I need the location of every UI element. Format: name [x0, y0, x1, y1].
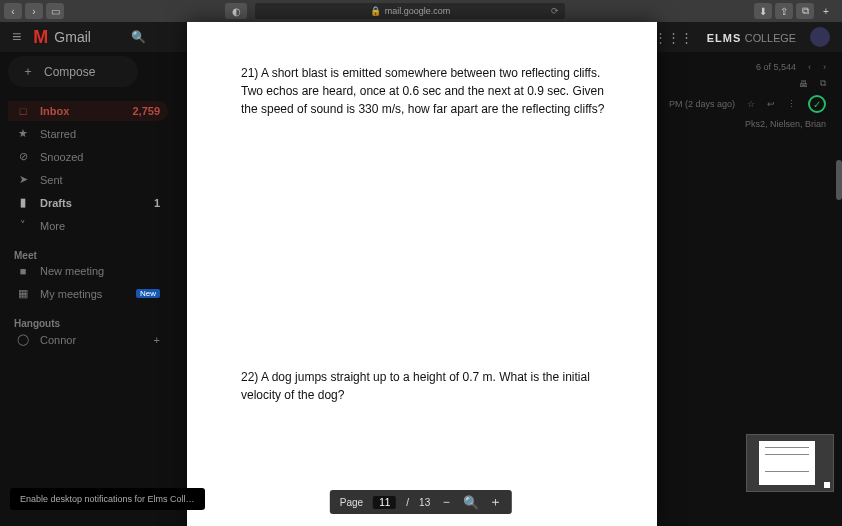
inbox-icon: □ — [16, 105, 30, 117]
sidebar-item-label: Starred — [40, 128, 160, 140]
compose-label: Compose — [44, 65, 95, 79]
gmail-m-icon: M — [33, 27, 48, 48]
reload-icon[interactable]: ⟳ — [551, 6, 559, 16]
video-icon: ■ — [16, 265, 30, 277]
sidebar-item-hangouts-user[interactable]: ◯ Connor + — [8, 329, 168, 350]
zoom-reset-button[interactable]: 🔍 — [463, 495, 479, 510]
menu-icon[interactable]: ≡ — [12, 28, 21, 46]
forward-button[interactable]: › — [25, 3, 43, 19]
compose-button[interactable]: ＋ Compose — [8, 56, 138, 87]
search-icon[interactable]: 🔍 — [131, 30, 146, 44]
prev-button[interactable]: ‹ — [808, 62, 811, 72]
tabs-button[interactable]: ⧉ — [796, 3, 814, 19]
gmail-brand: Gmail — [54, 29, 91, 45]
lock-icon: 🔒 — [370, 6, 381, 16]
reader-mode-button[interactable]: ◐ — [225, 3, 247, 19]
mail-meta-time: PM (2 days ago) — [669, 99, 735, 109]
thumbnail-page — [759, 441, 815, 485]
back-button[interactable]: ‹ — [4, 3, 22, 19]
sidebar-item-label: New meeting — [40, 265, 160, 277]
inbox-count: 2,759 — [132, 105, 160, 117]
sidebar-item-label: Drafts — [40, 197, 144, 209]
sidebar-item-inbox[interactable]: □ Inbox 2,759 — [8, 101, 168, 121]
elms-logo: ELMS COLLEGE — [707, 30, 796, 45]
next-button[interactable]: › — [823, 62, 826, 72]
sidebar-item-more[interactable]: ˅ More — [8, 215, 168, 236]
sidebar-item-label: More — [40, 220, 160, 232]
sidebar-item-label: Sent — [40, 174, 160, 186]
clock-icon: ⊘ — [16, 150, 30, 163]
browser-toolbar: ‹ › ▭ ◐ 🔒 mail.google.com ⟳ ⬇ ⇪ ⧉ + — [0, 0, 842, 22]
pdf-document: 21) A short blast is emitted somewhere b… — [187, 22, 657, 526]
drafts-count: 1 — [154, 197, 160, 209]
popout-icon[interactable]: ⧉ — [820, 78, 826, 89]
plus-icon: ＋ — [22, 63, 34, 80]
sidebar-item-drafts[interactable]: ▮ Drafts 1 — [8, 192, 168, 213]
sidebar-toggle-button[interactable]: ▭ — [46, 3, 64, 19]
pdf-thumbnail[interactable] — [746, 434, 834, 492]
meet-section-title: Meet — [8, 250, 168, 261]
avatar[interactable] — [810, 27, 830, 47]
thumbnail-resize-handle[interactable] — [824, 482, 830, 488]
drafts-icon: ▮ — [16, 196, 30, 209]
chevron-down-icon: ˅ — [16, 219, 30, 232]
new-tab-button[interactable]: + — [817, 3, 835, 19]
gmail-logo: M Gmail — [33, 27, 91, 48]
scrollbar-thumb[interactable] — [836, 160, 842, 200]
download-button[interactable]: ⬇ — [754, 3, 772, 19]
verified-icon: ✓ — [808, 95, 826, 113]
question-21: 21) A short blast is emitted somewhere b… — [241, 64, 611, 118]
more-icon[interactable]: ⋮ — [787, 99, 796, 109]
gmail-sidebar: ＋ Compose □ Inbox 2,759 ★ Starred ⊘ Snoo… — [8, 56, 168, 352]
apps-icon[interactable]: ⋮⋮⋮ — [654, 30, 693, 45]
sidebar-item-label: Inbox — [40, 105, 122, 117]
plus-icon[interactable]: + — [154, 334, 160, 346]
pdf-page-label: Page — [340, 497, 363, 508]
address-bar[interactable]: 🔒 mail.google.com ⟳ — [255, 3, 565, 19]
sidebar-item-starred[interactable]: ★ Starred — [8, 123, 168, 144]
pdf-page-total: 13 — [419, 497, 430, 508]
zoom-out-button[interactable]: － — [440, 493, 453, 511]
sidebar-item-label: Connor — [40, 334, 144, 346]
meetings-icon: ▦ — [16, 287, 30, 300]
mail-toolbar-faint: 6 of 5,544 ‹ › 🖶 ⧉ PM (2 days ago) ☆ ↩ ⋮… — [656, 62, 826, 135]
star-icon: ★ — [16, 127, 30, 140]
pdf-toolbar: Page 11 / 13 － 🔍 ＋ — [330, 490, 512, 514]
mail-meta-from: Pks2, Nielsen, Brian — [745, 119, 826, 129]
sidebar-item-label: Snoozed — [40, 151, 160, 163]
sidebar-item-new-meeting[interactable]: ■ New meeting — [8, 261, 168, 281]
sidebar-item-my-meetings[interactable]: ▦ My meetings New — [8, 283, 168, 304]
print-icon[interactable]: 🖶 — [799, 79, 808, 89]
new-badge: New — [136, 289, 160, 298]
question-22: 22) A dog jumps straight up to a height … — [241, 368, 611, 404]
sent-icon: ➤ — [16, 173, 30, 186]
notification-toast[interactable]: Enable desktop notifications for Elms Co… — [10, 488, 205, 510]
sidebar-item-sent[interactable]: ➤ Sent — [8, 169, 168, 190]
toast-text: Enable desktop notifications for Elms Co… — [20, 494, 195, 504]
sidebar-item-label: My meetings — [40, 288, 126, 300]
pdf-page-sep: / — [406, 497, 409, 508]
share-button[interactable]: ⇪ — [775, 3, 793, 19]
user-icon: ◯ — [16, 333, 30, 346]
pager-text: 6 of 5,544 — [756, 62, 796, 72]
zoom-in-button[interactable]: ＋ — [489, 493, 502, 511]
reply-icon[interactable]: ↩ — [767, 99, 775, 109]
address-url: mail.google.com — [385, 6, 451, 16]
pdf-page-current[interactable]: 11 — [373, 496, 396, 509]
star-outline-icon[interactable]: ☆ — [747, 99, 755, 109]
sidebar-item-snoozed[interactable]: ⊘ Snoozed — [8, 146, 168, 167]
hangouts-section-title: Hangouts — [8, 318, 168, 329]
